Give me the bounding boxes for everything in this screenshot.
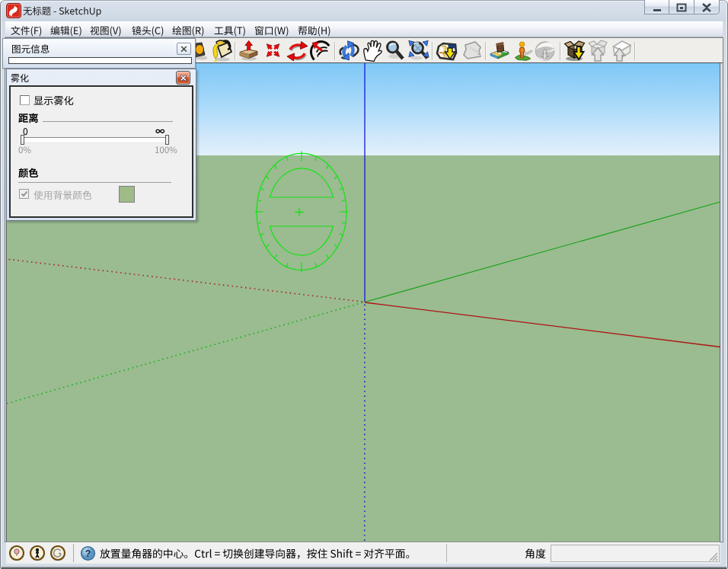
svg-text:?: ? [85, 548, 91, 559]
